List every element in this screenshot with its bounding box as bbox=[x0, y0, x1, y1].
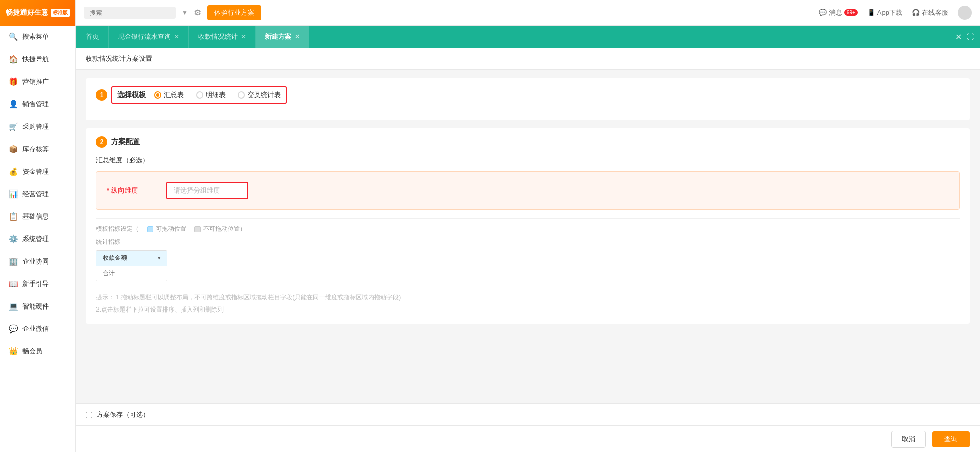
dimension-select[interactable]: 请选择分组维度 bbox=[166, 182, 248, 199]
sidebar-item-basic[interactable]: 📋 基础信息 bbox=[0, 205, 75, 228]
sidebar-item-label: 资金管理 bbox=[22, 167, 49, 176]
tab-receipts[interactable]: 收款情况统计 ✕ bbox=[189, 26, 256, 48]
sidebar-item-label: 智能硬件 bbox=[22, 302, 49, 311]
message-button[interactable]: 💬 消息 99+ bbox=[819, 8, 858, 17]
sidebar-item-search[interactable]: 🔍 搜索菜单 bbox=[0, 26, 75, 48]
radio-cross[interactable]: 交叉统计表 bbox=[238, 90, 281, 100]
sidebar-item-system[interactable]: ⚙️ 系统管理 bbox=[0, 228, 75, 250]
sidebar-logo: 畅捷通好生意 标准版 bbox=[0, 0, 75, 26]
box-icon: 📦 bbox=[8, 144, 18, 154]
crown-icon: 👑 bbox=[8, 346, 18, 356]
service-button[interactable]: 🎧 在线客服 bbox=[912, 8, 948, 17]
tip-line1: 提示： 1.拖动标题栏可以调整布局，不可跨维度或指标区域拖动栏目字段(只能在同一… bbox=[96, 291, 960, 303]
logo-text: 畅捷通好生意 bbox=[6, 8, 48, 17]
tab-home-label: 首页 bbox=[86, 32, 99, 41]
sidebar-item-label: 经营管理 bbox=[22, 189, 49, 199]
content-area: 收款情况统计方案设置 1 选择模板 汇总表 bbox=[76, 48, 980, 452]
fixed-dot bbox=[194, 226, 201, 232]
sidebar-item-corp[interactable]: 🏢 企业协同 bbox=[0, 250, 75, 273]
tab-close-all-icon[interactable]: ✕ bbox=[955, 32, 962, 42]
sidebar-item-operations[interactable]: 📊 经营管理 bbox=[0, 183, 75, 205]
service-label: 在线客服 bbox=[922, 8, 948, 17]
tab-actions: ✕ ⛶ bbox=[949, 26, 980, 48]
indicator-section: 模板指标设定（ 可拖动位置 不可拖动位置） 统计指标 收款 bbox=[96, 225, 960, 283]
dimension-title: 汇总维度（必选） bbox=[96, 156, 960, 165]
page-title: 收款情况统计方案设置 bbox=[86, 55, 152, 62]
tab-home[interactable]: 首页 bbox=[76, 26, 109, 48]
sidebar-item-member[interactable]: 👑 畅会员 bbox=[0, 340, 75, 363]
home-icon: 🏠 bbox=[8, 54, 18, 64]
bottom-action-bar: 取消 查询 bbox=[76, 425, 980, 452]
sidebar-item-label: 快捷导航 bbox=[22, 55, 49, 64]
tab-expand-icon[interactable]: ⛶ bbox=[967, 33, 974, 41]
cancel-button[interactable]: 取消 bbox=[891, 431, 926, 448]
dimension-placeholder: 请选择分组维度 bbox=[174, 186, 220, 194]
tab-spacer bbox=[309, 26, 949, 48]
tab-new-plan-label: 新建方案 bbox=[265, 32, 291, 41]
stats-label: 统计指标 bbox=[96, 237, 960, 246]
dropdown-icon[interactable]: ▾ bbox=[158, 255, 161, 261]
trial-button[interactable]: 体验行业方案 bbox=[207, 5, 261, 20]
money-icon: 💰 bbox=[8, 166, 18, 177]
laptop-icon: 💻 bbox=[8, 301, 18, 312]
sidebar-item-label: 企业微信 bbox=[22, 324, 49, 334]
topbar: ▼ ⚙ 体验行业方案 💬 消息 99+ 📱 App下载 🎧 在线客服 bbox=[76, 0, 980, 26]
sidebar-item-hardware[interactable]: 💻 智能硬件 bbox=[0, 295, 75, 318]
sidebar-item-marketing[interactable]: 🎁 营销推广 bbox=[0, 70, 75, 93]
sidebar: 畅捷通好生意 标准版 🔍 搜索菜单 🏠 快捷导航 🎁 营销推广 👤 销售管理 🛒… bbox=[0, 0, 76, 452]
list-icon: 📋 bbox=[8, 211, 18, 222]
sidebar-item-quicknav[interactable]: 🏠 快捷导航 bbox=[0, 48, 75, 70]
hint-fixed-label: 不可拖动位置） bbox=[203, 225, 246, 233]
chevron-down-icon[interactable]: ▼ bbox=[182, 9, 188, 16]
download-label: App下载 bbox=[877, 8, 902, 17]
book-icon: 📖 bbox=[8, 279, 18, 289]
tab-cashflow[interactable]: 现金银行流水查询 ✕ bbox=[109, 26, 189, 48]
radio-cross-circle bbox=[238, 91, 245, 99]
chat-icon: 💬 bbox=[8, 324, 18, 334]
stats-table-header[interactable]: 收款金额 ▾ bbox=[96, 251, 167, 266]
tab-new-plan-close[interactable]: ✕ bbox=[295, 33, 300, 40]
stats-column-label: 收款金额 bbox=[103, 254, 127, 263]
search-input[interactable] bbox=[84, 7, 176, 19]
user-icon: 👤 bbox=[8, 99, 18, 109]
query-button[interactable]: 查询 bbox=[932, 431, 970, 447]
step2-title: 方案配置 bbox=[111, 137, 140, 147]
step1-title: 选择模板 bbox=[117, 90, 146, 100]
sidebar-item-label: 畅会员 bbox=[22, 347, 42, 356]
tab-receipts-close[interactable]: ✕ bbox=[241, 33, 246, 40]
message-badge: 99+ bbox=[844, 9, 858, 16]
template-radio-group: 汇总表 明细表 交叉统计表 bbox=[154, 90, 281, 100]
logo-badge: 标准版 bbox=[51, 9, 70, 17]
chart-icon: 📊 bbox=[8, 189, 18, 199]
page-body: 1 选择模板 汇总表 明细表 bbox=[76, 70, 980, 403]
section-divider bbox=[96, 218, 960, 219]
sidebar-item-sales[interactable]: 👤 销售管理 bbox=[0, 93, 75, 115]
indicator-hint: 模板指标设定（ 可拖动位置 不可拖动位置） bbox=[96, 225, 960, 233]
tab-cashflow-label: 现金银行流水查询 bbox=[118, 32, 171, 41]
step1-section: 1 选择模板 汇总表 明细表 bbox=[86, 78, 970, 120]
gift-icon: 🎁 bbox=[8, 77, 18, 87]
tips-area: 提示： 1.拖动标题栏可以调整布局，不可跨维度或指标区域拖动栏目字段(只能在同一… bbox=[96, 291, 960, 316]
step1-badge: 1 bbox=[96, 89, 107, 101]
sidebar-item-guide[interactable]: 📖 新手引导 bbox=[0, 273, 75, 295]
sidebar-item-inventory[interactable]: 📦 库存核算 bbox=[0, 138, 75, 160]
avatar[interactable] bbox=[958, 6, 972, 20]
tab-new-plan[interactable]: 新建方案 ✕ bbox=[256, 26, 309, 48]
download-button[interactable]: 📱 App下载 bbox=[867, 8, 902, 17]
tab-cashflow-close[interactable]: ✕ bbox=[174, 33, 179, 40]
settings-icon[interactable]: ⚙ bbox=[194, 8, 201, 17]
radio-detail[interactable]: 明细表 bbox=[196, 90, 226, 100]
sidebar-item-label: 搜索菜单 bbox=[22, 32, 49, 41]
sidebar-item-finance[interactable]: 💰 资金管理 bbox=[0, 160, 75, 183]
sidebar-item-purchase[interactable]: 🛒 采购管理 bbox=[0, 115, 75, 138]
step2-badge: 2 bbox=[96, 136, 107, 148]
save-plan-checkbox[interactable] bbox=[86, 412, 92, 418]
sidebar-item-wechat[interactable]: 💬 企业微信 bbox=[0, 318, 75, 340]
step2-section: 2 方案配置 汇总维度（必选） * 纵向维度 —— 请选择分组维度 bbox=[86, 128, 970, 324]
topbar-left: ▼ ⚙ 体验行业方案 bbox=[84, 5, 261, 20]
page-header: 收款情况统计方案设置 bbox=[76, 48, 980, 70]
radio-summary[interactable]: 汇总表 bbox=[154, 90, 184, 100]
tip-line2: 2.点击标题栏下拉可设置排序、插入列和删除列 bbox=[96, 303, 960, 316]
sidebar-item-label: 营销推广 bbox=[22, 77, 49, 86]
movable-dot bbox=[147, 226, 153, 232]
